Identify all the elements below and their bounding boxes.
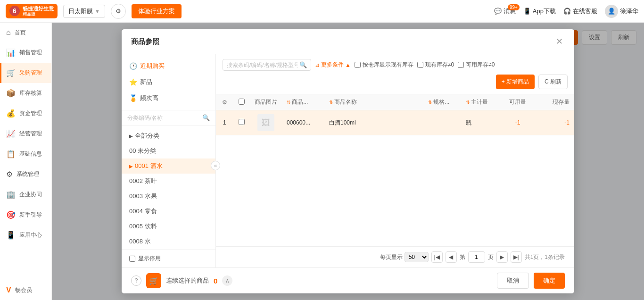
category-item-0001[interactable]: ▶ 0001 酒水 bbox=[122, 158, 215, 174]
sales-icon: 📊 bbox=[6, 48, 16, 57]
row-check[interactable] bbox=[233, 110, 250, 135]
modal-title: 商品参照 bbox=[131, 37, 159, 46]
store-selector[interactable]: 日太阳膜 ▼ bbox=[63, 5, 105, 18]
sidebar-label-apps: 应用中心 bbox=[19, 231, 42, 239]
continuous-label: 连续选择的商品 bbox=[166, 276, 209, 285]
per-page-select[interactable]: 50 10 20 100 bbox=[405, 252, 429, 262]
modal-close-button[interactable]: ✕ bbox=[553, 36, 565, 47]
logo: 6 畅捷通好生意 精品版 bbox=[6, 4, 58, 19]
star-icon: ⭐ bbox=[129, 78, 137, 86]
category-search-area: 🔍 bbox=[122, 110, 215, 125]
add-product-button[interactable]: + 新增商品 bbox=[496, 75, 535, 89]
sidebar-item-guide[interactable]: 🎯 新手引导 bbox=[0, 205, 51, 225]
row-stock: -1 bbox=[537, 110, 574, 135]
select-all-checkbox[interactable] bbox=[239, 99, 245, 105]
store-name: 日太阳膜 bbox=[68, 7, 93, 16]
page-word: 第 bbox=[460, 253, 465, 261]
app-download-item[interactable]: 📱 App下载 bbox=[523, 7, 556, 16]
sidebar-item-system[interactable]: ⚙ 系统管理 bbox=[0, 164, 51, 184]
app-sub: 精品版 bbox=[23, 12, 54, 17]
existing-stock-label: 现有库存≠0 bbox=[425, 61, 454, 69]
app-download-label: App下载 bbox=[533, 7, 556, 16]
sidebar-item-purchase[interactable]: 🛒 采购管理 bbox=[0, 63, 51, 83]
sort-unit-icon: ⇅ bbox=[466, 100, 470, 105]
prev-page-button[interactable]: ◀ bbox=[446, 251, 457, 263]
row-spec bbox=[423, 110, 461, 135]
tab-frequent-label: 频次高 bbox=[140, 94, 158, 102]
existing-stock-checkbox[interactable] bbox=[417, 62, 423, 68]
sidebar-item-basic[interactable]: 📋 基础信息 bbox=[0, 144, 51, 164]
col-header-avail: 可用量 bbox=[499, 94, 537, 110]
sidebar-item-enterprise[interactable]: 🏢 企业协同 bbox=[0, 184, 51, 205]
sidebar-item-operation[interactable]: 📈 经营管理 bbox=[0, 124, 51, 144]
table-settings-icon[interactable]: ⚙ bbox=[222, 99, 227, 106]
show-disabled-checkbox[interactable] bbox=[129, 256, 135, 262]
system-icon: ⚙ bbox=[6, 170, 13, 179]
gear-icon: ⚙ bbox=[116, 8, 121, 15]
more-filter-button[interactable]: ⊿ 更多条件 ▲ bbox=[315, 61, 351, 69]
selected-count: 0 bbox=[214, 277, 217, 285]
refresh-button[interactable]: C 刷新 bbox=[538, 75, 568, 89]
collapse-panel-button[interactable]: « bbox=[211, 161, 220, 170]
category-item-0008[interactable]: 0008 水 bbox=[122, 234, 215, 249]
last-page-button[interactable]: ▶| bbox=[511, 251, 522, 263]
row-checkbox[interactable] bbox=[239, 119, 245, 125]
category-item-00[interactable]: 00 未分类 bbox=[122, 143, 215, 158]
category-item-0005[interactable]: 0005 饮料 bbox=[122, 219, 215, 234]
category-item-0003[interactable]: 0003 水果 bbox=[122, 189, 215, 204]
category-search-input[interactable] bbox=[127, 115, 200, 121]
col-header-unit: ⇅ 主计量 bbox=[461, 94, 499, 110]
category-item-0002[interactable]: 0002 茶叶 bbox=[122, 174, 215, 189]
modal-body: 🕐 近期购买 ⭐ 新品 🏅 频次高 bbox=[122, 54, 574, 267]
filter-up-icon: ▲ bbox=[345, 62, 351, 68]
cart-icon[interactable]: 🛒 bbox=[146, 273, 161, 288]
home-icon: ⌂ bbox=[6, 28, 11, 37]
sidebar-item-finance[interactable]: 💰 资金管理 bbox=[0, 103, 51, 124]
product-search-icon[interactable]: 🔍 bbox=[299, 61, 307, 68]
help-button[interactable]: ? bbox=[131, 275, 141, 286]
messages-item[interactable]: 💬 消息 99+ bbox=[494, 7, 516, 16]
logo-icon: 6 bbox=[9, 6, 20, 16]
tab-recent[interactable]: 🕐 近期购买 bbox=[122, 58, 215, 74]
checkbox-available-stock[interactable]: 可用库存≠0 bbox=[458, 61, 495, 69]
image-placeholder-icon: 🖼 bbox=[262, 118, 270, 128]
sidebar-item-vip[interactable]: V 畅会员 bbox=[0, 280, 51, 300]
category-item-0004[interactable]: 0004 零食 bbox=[122, 204, 215, 219]
tab-frequent[interactable]: 🏅 频次高 bbox=[122, 90, 215, 106]
modal-footer: ? 🛒 连续选择的商品 0 ∧ 取消 确定 bbox=[122, 267, 574, 293]
user-item[interactable]: 👤 徐泽华 bbox=[605, 5, 638, 18]
first-page-button[interactable]: |◀ bbox=[431, 251, 443, 263]
sort-name-icon: ⇅ bbox=[329, 100, 333, 105]
checkbox-warehouse-stock[interactable]: 按仓库显示现有库存 bbox=[355, 61, 413, 69]
collapse-cart-button[interactable]: ∧ bbox=[222, 275, 232, 286]
tab-new-label: 新品 bbox=[140, 78, 152, 86]
category-label-0001: 0001 酒水 bbox=[135, 162, 163, 170]
experience-button[interactable]: 体验行业方案 bbox=[132, 4, 182, 18]
category-label-00: 00 未分类 bbox=[129, 147, 156, 155]
cancel-button[interactable]: 取消 bbox=[497, 273, 529, 289]
table-row[interactable]: 1 🖼 bbox=[216, 110, 574, 135]
row-img: 🖼 bbox=[250, 110, 282, 135]
category-label-0002: 0002 茶叶 bbox=[129, 177, 157, 185]
category-label-0005: 0005 饮料 bbox=[129, 222, 157, 231]
sidebar-item-sales[interactable]: 📊 销售管理 bbox=[0, 42, 51, 63]
product-search-input[interactable] bbox=[227, 62, 297, 68]
sidebar-item-apps[interactable]: 📱 应用中心 bbox=[0, 225, 51, 245]
row-name: 白酒100ml bbox=[324, 110, 423, 135]
next-page-button[interactable]: ▶ bbox=[496, 251, 508, 263]
vip-icon: V bbox=[6, 286, 11, 294]
warehouse-stock-checkbox[interactable] bbox=[355, 62, 361, 68]
available-stock-checkbox[interactable] bbox=[458, 62, 464, 68]
sidebar-item-home[interactable]: ⌂ 首页 bbox=[0, 23, 51, 42]
checkbox-existing-stock[interactable]: 现有库存≠0 bbox=[417, 61, 454, 69]
sidebar-label-vip: 畅会员 bbox=[15, 286, 32, 294]
confirm-button[interactable]: 确定 bbox=[534, 273, 565, 289]
sidebar-item-inventory[interactable]: 📦 库存核算 bbox=[0, 83, 51, 103]
settings-gear-button[interactable]: ⚙ bbox=[111, 4, 126, 19]
category-item-all[interactable]: ▶ 全部分类 bbox=[122, 128, 215, 143]
page-number-input[interactable] bbox=[468, 251, 485, 263]
tab-recent-label: 近期购买 bbox=[140, 62, 165, 70]
tab-new[interactable]: ⭐ 新品 bbox=[122, 74, 215, 90]
online-service-item[interactable]: 🎧 在线客服 bbox=[563, 7, 597, 16]
category-search-icon[interactable]: 🔍 bbox=[202, 114, 210, 121]
